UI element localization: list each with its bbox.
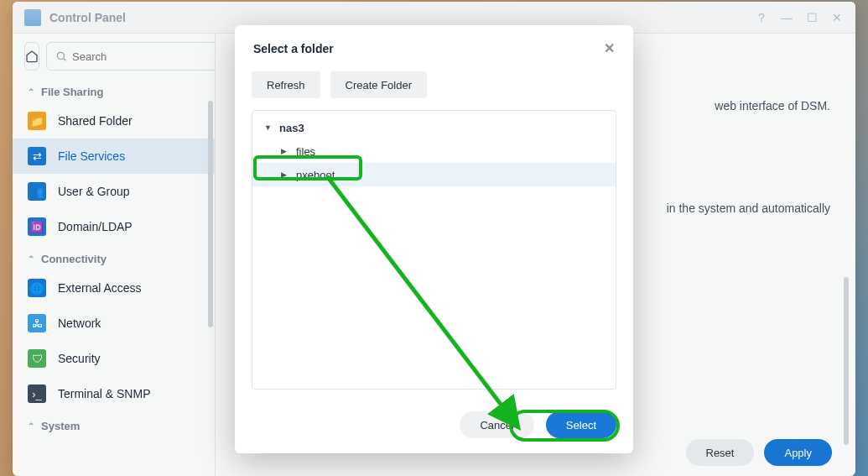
tree-node-root[interactable]: ▼nas3: [252, 116, 616, 139]
tree-node-label: files: [296, 145, 315, 158]
create-folder-button[interactable]: Create Folder: [330, 71, 427, 98]
dialog-close-icon[interactable]: ✕: [604, 40, 615, 56]
tree-node-label: nas3: [279, 122, 304, 134]
refresh-button[interactable]: Refresh: [252, 71, 320, 98]
folder-tree[interactable]: ▼nas3 ▶files ▶pxeboot: [252, 110, 616, 390]
tree-node-pxeboot[interactable]: ▶pxeboot: [252, 163, 616, 186]
tree-node-label: pxeboot: [296, 169, 335, 181]
cancel-button[interactable]: Cancel: [460, 411, 533, 438]
select-folder-dialog: Select a folder ✕ Refresh Create Folder …: [235, 25, 633, 453]
tree-node-files[interactable]: ▶files: [252, 139, 616, 163]
dialog-title: Select a folder: [253, 42, 334, 55]
select-button[interactable]: Select: [546, 411, 616, 438]
